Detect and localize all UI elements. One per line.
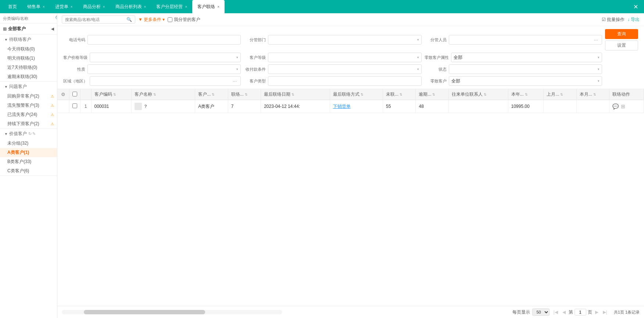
more-dots-icon[interactable]: ···	[592, 37, 600, 43]
chevron-down-icon: ▾	[236, 56, 238, 59]
dept-select[interactable]: ▾	[268, 35, 421, 45]
sidebar-item-churn-warning[interactable]: 流失预警客户(3) ⚠	[0, 101, 57, 110]
nature-select[interactable]: ▾	[87, 64, 241, 74]
all-customers-header[interactable]: ⊞ 全部客户 ◀	[0, 24, 57, 35]
chevron-down-icon: ▾	[598, 67, 600, 71]
sidebar-item-b-class[interactable]: B类客户(33)	[0, 157, 57, 166]
query-col: 查询 设置	[605, 29, 638, 50]
chevron-down-icon: ▾	[162, 17, 165, 22]
problem-group-label[interactable]: ▼ 问题客户	[0, 82, 57, 92]
gear-icon[interactable]: ⚙	[61, 92, 65, 97]
my-customer-filter: 我分管的客户	[168, 17, 200, 23]
select-all-checkbox[interactable]	[72, 92, 77, 96]
sidebar-item-overdue[interactable]: 逾期未联络(30)	[0, 72, 57, 81]
filter-payment: 收付款条件 ▾	[244, 64, 421, 74]
nav-home[interactable]: 首页	[3, 0, 22, 13]
table-header-row: ⚙ 客户编码 ⇅	[57, 89, 644, 100]
sidebar-item-a-class[interactable]: A类客户(1)	[0, 148, 57, 157]
row-code: 000031	[91, 100, 132, 113]
query-button[interactable]: 查询	[605, 29, 638, 39]
chevron-down-icon: ▾	[598, 79, 600, 83]
last-page-button[interactable]: ▶|	[601, 309, 609, 315]
sidebar-item-c-class[interactable]: C类客户(6)	[0, 166, 57, 176]
batch-operation-button[interactable]: ☑ 批量操作	[602, 17, 625, 23]
filter-price-level: 客户价格等级 ▾	[63, 53, 241, 62]
col-this-month: 本月... ⇅	[576, 89, 609, 100]
payment-select[interactable]: ▾	[268, 64, 421, 74]
row-checkbox[interactable]	[72, 103, 77, 108]
row-name: ？	[132, 100, 195, 113]
edit-icon[interactable]: ✎	[32, 131, 36, 136]
status-select[interactable]: ▾	[449, 64, 602, 74]
settings-button[interactable]: 设置	[605, 40, 638, 50]
sidebar-item-abnormal[interactable]: 回购异常客户(2) ⚠	[0, 92, 57, 101]
sidebar-item-tomorrow[interactable]: 明天待联络(1)	[0, 54, 57, 63]
retail-attr-select[interactable]: 全部 ▾	[451, 53, 602, 62]
row-this-year: 10995.00	[508, 100, 544, 113]
main-search-icon[interactable]: 🔍	[126, 17, 132, 22]
filter-row-2: 客户价格等级 ▾ 客户等级 ▾ 零散客户属性 全部	[63, 53, 638, 62]
chevron-down-icon: ▾	[236, 67, 238, 71]
sidebar: 🔍 ⊞ 全部客户 ◀ ▼ 待联络客户 今天待联络(0) 明天待联络(1) 近7天…	[0, 13, 57, 318]
next-page-button[interactable]: ▶	[594, 309, 600, 315]
export-button[interactable]: ↓ 导出	[627, 17, 640, 23]
chat-action-icon[interactable]: 💬	[612, 103, 619, 109]
close-purchase-tab[interactable]: ×	[71, 5, 73, 9]
arrow-icon: ▼	[4, 85, 8, 89]
filter-customer-type: 客户类型	[244, 76, 421, 86]
batch-icon: ☑	[602, 17, 606, 22]
advanced-filters: 电话号码 分管部门 ▾ 分管人员 ···	[57, 26, 644, 89]
qrcode-action-icon[interactable]: ⊞	[621, 103, 625, 109]
window-close-button[interactable]: ✕	[630, 3, 641, 10]
price-level-select[interactable]: ▾	[90, 53, 241, 62]
sidebar-item-churned[interactable]: 已流失客户(24) ⚠	[0, 110, 57, 119]
close-customer-contact-tab[interactable]: ×	[217, 5, 219, 9]
nav-sales[interactable]: 销售单 ×	[22, 0, 50, 13]
sidebar-search-input[interactable]	[3, 16, 54, 21]
chevron-down-icon: ▾	[417, 67, 419, 71]
value-group-label[interactable]: ▼ 价值客户 ↻ ✎	[0, 129, 57, 139]
close-sales-tab[interactable]: ×	[43, 5, 45, 9]
nav-customer-contact[interactable]: 客户联络 ×	[192, 0, 225, 13]
sidebar-item-declining[interactable]: 持续下滑客户(2) ⚠	[0, 119, 57, 128]
warn-icon: ⚠	[51, 122, 54, 126]
pending-group-label[interactable]: ▼ 待联络客户	[0, 35, 57, 45]
customer-type-select[interactable]	[268, 76, 421, 86]
prev-page-button[interactable]: ◀	[561, 309, 567, 315]
col-not-contact: 未联... ⇅	[383, 89, 416, 100]
more-filter-button[interactable]: ▼ 更多条件 ▾	[138, 17, 165, 23]
nav-product-analysis[interactable]: 商品分析 ×	[78, 0, 110, 13]
filter-customer-level: 客户等级 ▾	[244, 53, 421, 62]
nav-product-list[interactable]: 商品分析列表 ×	[110, 0, 151, 13]
nav-purchase[interactable]: 进货单 ×	[50, 0, 78, 13]
region-select[interactable]: ···	[90, 76, 241, 86]
col-overdue: 逾期... ⇅	[416, 89, 448, 100]
close-product-analysis-tab[interactable]: ×	[103, 5, 105, 9]
more-dots-icon[interactable]: ···	[231, 78, 239, 84]
manager-select[interactable]: ···	[449, 35, 602, 45]
content-area: 🔍 ▼ 更多条件 ▾ 我分管的客户 ☑ 批量操作 ↓ 导出	[57, 13, 644, 318]
nav-customer-segment[interactable]: 客户分层经营 ×	[151, 0, 192, 13]
col-code: 客户编码 ⇅	[91, 89, 132, 100]
row-last-month	[544, 100, 576, 113]
sidebar-item-ungrouped[interactable]: 未分组(32)	[0, 139, 57, 148]
sidebar-item-today[interactable]: 今天待联络(0)	[0, 45, 57, 54]
page-size-select[interactable]: 50	[532, 308, 550, 316]
page-number-input[interactable]	[575, 309, 586, 315]
col-name: 客户名称 ⇅	[132, 89, 195, 100]
close-product-list-tab[interactable]: ×	[144, 5, 146, 9]
sort-icon: ⇅	[560, 93, 563, 96]
customer-level-select[interactable]: ▾	[268, 53, 421, 62]
sidebar-item-7days[interactable]: 近7天待联络(0)	[0, 63, 57, 72]
horizontal-scrollbar[interactable]	[62, 310, 282, 314]
phone-input[interactable]	[87, 35, 241, 45]
close-customer-segment-tab[interactable]: ×	[185, 5, 187, 9]
retail-customer-select[interactable]: 全部 ▾	[449, 76, 602, 86]
first-page-button[interactable]: |◀	[552, 309, 559, 315]
my-customer-checkbox[interactable]	[168, 17, 172, 22]
bottom-bar: 每页显示 50 |◀ ◀ 第 页 ▶ ▶| 共1页 1条记录	[57, 306, 644, 318]
refresh-icon[interactable]: ↻	[28, 131, 32, 136]
filter-bar: 🔍 ▼ 更多条件 ▾ 我分管的客户 ☑ 批量操作 ↓ 导出	[57, 13, 644, 26]
last-method-link[interactable]: 下销货单	[333, 104, 351, 109]
main-search-input[interactable]	[65, 17, 125, 22]
